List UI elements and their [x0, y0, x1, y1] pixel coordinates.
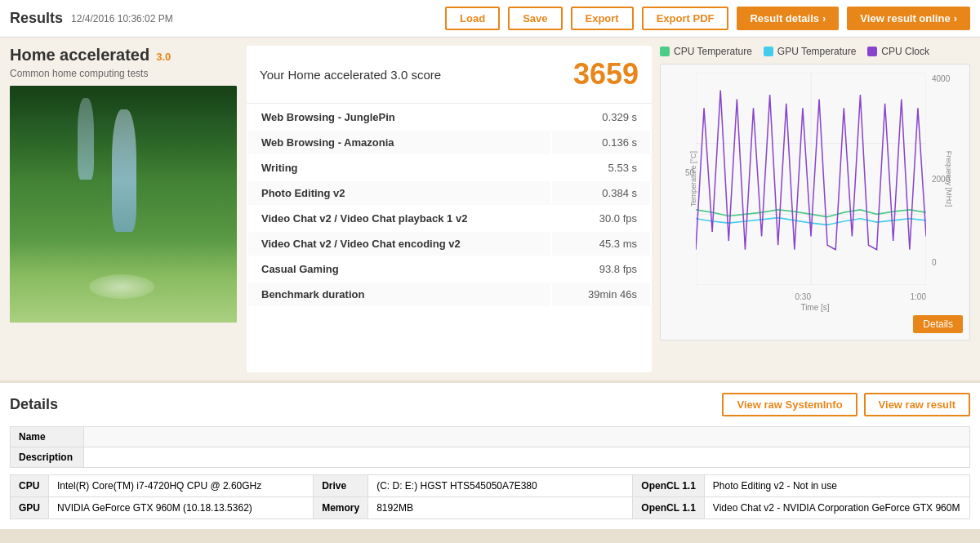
x-label-100: 1:00 [911, 292, 926, 301]
cpu-temp-label: CPU Temperature [674, 46, 752, 57]
export-pdf-button[interactable]: Export PDF [642, 7, 729, 30]
metric-row: Photo Editing v2 0.384 s [248, 181, 650, 205]
details-section: Details View raw SystemInfo View raw res… [0, 381, 980, 529]
drive-value: (C: D: E:) HGST HTS545050A7E380 [368, 475, 633, 497]
cpu-temp-color [660, 47, 670, 56]
page-title: Results [10, 10, 63, 27]
save-button[interactable]: Save [508, 7, 562, 30]
metrics-table: Web Browsing - JunglePin 0.329 s Web Bro… [247, 104, 652, 308]
metric-value: 0.136 s [552, 131, 650, 154]
legend-gpu-temp: GPU Temperature [764, 46, 857, 57]
benchmark-name: Home accelerated [10, 46, 149, 65]
cpu-label: CPU [11, 475, 49, 497]
metric-row: Video Chat v2 / Video Chat encoding v2 4… [248, 232, 650, 256]
details-btn-row: Details [667, 315, 963, 333]
details-header: Details View raw SystemInfo View raw res… [10, 393, 970, 416]
y-axis-left: 50 Temperature [°C] [667, 73, 696, 285]
benchmark-title-row: Home accelerated 3.0 [10, 46, 238, 65]
load-button[interactable]: Load [445, 7, 500, 30]
metric-value: 39min 46s [552, 283, 650, 306]
description-label: Description [11, 447, 84, 468]
metric-value: 30.0 fps [552, 207, 650, 230]
metric-value: 93.8 fps [552, 257, 650, 281]
legend-cpu-temp: CPU Temperature [660, 46, 752, 57]
cpu-value: Intel(R) Core(TM) i7-4720HQ CPU @ 2.60GH… [49, 475, 314, 497]
details-buttons: View raw SystemInfo View raw result [722, 393, 970, 416]
result-date: 12/4/2016 10:36:02 PM [71, 13, 173, 24]
score-value: 3659 [573, 57, 639, 91]
benchmark-subtitle: Common home computing tests [10, 68, 238, 79]
metric-row: Web Browsing - Amazonia 0.136 s [248, 131, 650, 154]
benchmark-version: 3.0 [156, 51, 171, 63]
metric-name: Video Chat v2 / Video Chat playback 1 v2 [248, 207, 550, 230]
metric-row: Benchmark duration 39min 46s [248, 283, 650, 306]
x-label-030: 0:30 [795, 292, 811, 301]
legend-cpu-clock: CPU Clock [867, 46, 929, 57]
metric-name: Photo Editing v2 [248, 181, 550, 205]
chart-details-button[interactable]: Details [913, 315, 963, 333]
metric-value: 0.329 s [552, 105, 650, 129]
metric-row: Web Browsing - JunglePin 0.329 s [248, 105, 650, 129]
metric-value: 45.3 ms [552, 232, 650, 256]
name-label: Name [11, 427, 84, 447]
metric-value: 5.53 s [552, 156, 650, 180]
drive-label: Drive [314, 475, 368, 497]
description-row: Description [11, 447, 970, 468]
memory-label: Memory [314, 497, 368, 519]
y-tick-0: 0 [932, 258, 937, 267]
metric-name: Writing [248, 156, 550, 180]
opencl1-label: OpenCL 1.1 [633, 475, 704, 497]
opencl2-value: Video Chat v2 - NVIDIA Corporation GeFor… [705, 497, 969, 519]
metric-name: Benchmark duration [248, 283, 550, 306]
gpu-label: GPU [11, 497, 49, 519]
cpu-clock-color [867, 47, 877, 56]
cpu-clock-label: CPU Clock [881, 46, 929, 57]
view-raw-result-button[interactable]: View raw result [864, 393, 970, 416]
result-details-button[interactable]: Result details › [737, 7, 839, 30]
memory-value: 8192MB [368, 497, 633, 519]
score-header: Your Home accelerated 3.0 score 3659 [247, 46, 652, 104]
right-panel: CPU Temperature GPU Temperature CPU Cloc… [660, 46, 970, 372]
metric-row: Video Chat v2 / Video Chat playback 1 v2… [248, 207, 650, 230]
view-raw-sysinfo-button[interactable]: View raw SystemInfo [722, 393, 857, 416]
opencl1-value: Photo Editing v2 - Not in use [705, 475, 969, 497]
metric-name: Web Browsing - JunglePin [248, 105, 550, 129]
chevron-right-icon: › [954, 12, 957, 24]
gpu-value: NVIDIA GeForce GTX 960M (10.18.13.5362) [49, 497, 314, 519]
name-desc-table: Name Description [10, 426, 970, 468]
chevron-right-icon: › [822, 12, 826, 24]
header: Results 12/4/2016 10:36:02 PM Load Save … [0, 0, 980, 38]
view-result-online-button[interactable]: View result online › [847, 7, 970, 30]
chart-legend: CPU Temperature GPU Temperature CPU Cloc… [660, 46, 970, 57]
left-panel: Home accelerated 3.0 Common home computi… [10, 46, 238, 372]
y-axis-right: 4000 2000 0 Frequency [MHz] [930, 73, 963, 285]
metric-row: Writing 5.53 s [248, 156, 650, 180]
benchmark-image [10, 86, 237, 323]
gpu-temp-color [764, 47, 773, 56]
export-button[interactable]: Export [571, 7, 634, 30]
metric-name: Video Chat v2 / Video Chat encoding v2 [248, 232, 550, 256]
chart-svg [696, 73, 926, 285]
opencl2-label: OpenCL 1.1 [633, 497, 704, 519]
results-area: Home accelerated 3.0 Common home computi… [0, 38, 980, 381]
x-axis-title: Time [s] [667, 303, 963, 312]
y-axis-right-label: Frequency [MHz] [946, 151, 954, 207]
details-title: Details [10, 396, 58, 413]
chart-area: 50 Temperature [°C] 4000 2000 0 Frequenc… [667, 73, 963, 301]
y-tick-4000: 4000 [932, 74, 950, 83]
score-label: Your Home accelerated 3.0 score [260, 68, 441, 82]
chart-svg-wrapper [696, 73, 926, 285]
gpu-temp-label: GPU Temperature [777, 46, 857, 57]
chart-container: 50 Temperature [°C] 4000 2000 0 Frequenc… [660, 64, 970, 340]
metric-row: Casual Gaming 93.8 fps [248, 257, 650, 281]
center-panel: Your Home accelerated 3.0 score 3659 Web… [247, 46, 652, 372]
metric-value: 0.384 s [552, 181, 650, 205]
name-row: Name [11, 427, 970, 447]
metric-name: Web Browsing - Amazonia [248, 131, 550, 154]
system-info-grid: CPU Intel(R) Core(TM) i7-4720HQ CPU @ 2.… [10, 474, 970, 519]
x-axis-labels: 0:30 1:00 [696, 292, 926, 301]
description-value [84, 447, 970, 468]
name-value [84, 427, 970, 447]
metric-name: Casual Gaming [248, 257, 550, 281]
